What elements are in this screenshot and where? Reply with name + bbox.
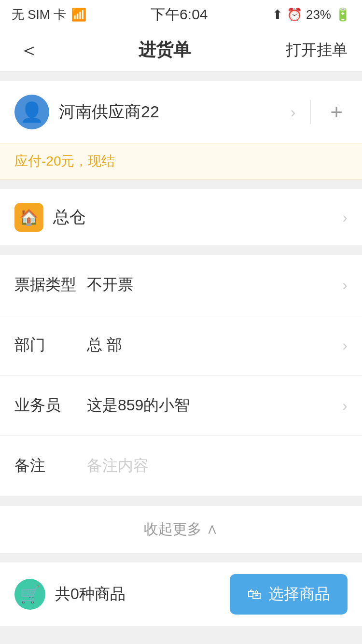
status-time: 下午6:04 (151, 5, 208, 25)
invoice-type-row[interactable]: 票据类型 不开票 › (0, 255, 362, 315)
staff-label: 业务员 (14, 395, 82, 416)
chevron-icon: › (291, 103, 296, 121)
page-background (0, 626, 362, 644)
dept-chevron-icon: › (342, 336, 348, 354)
open-pending-button[interactable]: 打开挂单 (286, 40, 348, 61)
remark-row[interactable]: 备注 备注内容 (0, 436, 362, 496)
bottom-bar: 🛒 共0种商品 🛍 选择商品 (0, 562, 362, 626)
alarm-icon: ⏰ (287, 7, 302, 22)
invoice-label: 票据类型 (14, 274, 82, 295)
warehouse-section: 🏠 总仓 › (0, 189, 362, 245)
supplier-name: 河南供应商22 (59, 101, 291, 123)
form-section: 票据类型 不开票 › 部门 总 部 › 业务员 这是859的小智 › 备注 备注… (0, 255, 362, 496)
supplier-row-right: › + (291, 100, 348, 124)
warehouse-row[interactable]: 🏠 总仓 › (0, 189, 362, 245)
status-left: 无 SIM 卡 📶 (12, 6, 86, 23)
notice-banner: 应付-20元，现结 (0, 143, 362, 180)
dept-row[interactable]: 部门 总 部 › (0, 315, 362, 376)
remark-input[interactable]: 备注内容 (87, 455, 348, 476)
notice-text: 应付-20元，现结 (14, 154, 115, 168)
collapse-row[interactable]: 收起更多 ∧ (0, 505, 362, 553)
warehouse-name: 总仓 (53, 206, 342, 228)
product-count: 共0种商品 (55, 584, 220, 605)
product-icon: 🛒 (20, 585, 40, 604)
carrier-text: 无 SIM 卡 (12, 6, 66, 23)
supplier-section: 👤 河南供应商22 › + 应付-20元，现结 (0, 81, 362, 180)
location-icon: ⬆ (272, 7, 283, 22)
page-title: 进货单 (139, 38, 191, 62)
collapse-button[interactable]: 收起更多 ∧ (144, 519, 218, 539)
status-right: ⬆ ⏰ 23% 🔋 (272, 7, 350, 22)
section-gap-2 (0, 180, 362, 189)
staff-row[interactable]: 业务员 这是859的小智 › (0, 376, 362, 436)
staff-chevron-icon: › (342, 397, 348, 415)
dept-value: 总 部 (87, 335, 342, 356)
select-product-button[interactable]: 🛍 选择商品 (230, 574, 348, 615)
staff-value: 这是859的小智 (87, 395, 342, 416)
dept-label: 部门 (14, 335, 82, 356)
select-product-icon: 🛍 (247, 586, 262, 602)
avatar-icon: 👤 (20, 101, 44, 124)
battery-text: 23% (306, 7, 331, 22)
section-gap-1 (0, 71, 362, 81)
select-product-label: 选择商品 (268, 584, 330, 605)
status-bar: 无 SIM 卡 📶 下午6:04 ⬆ ⏰ 23% 🔋 (0, 0, 362, 29)
invoice-chevron-icon: › (342, 276, 348, 294)
remark-label: 备注 (14, 455, 82, 476)
add-supplier-button[interactable]: + (325, 100, 348, 124)
nav-bar: ＜ 进货单 打开挂单 (0, 29, 362, 71)
battery-icon: 🔋 (335, 7, 350, 22)
warehouse-icon: 🏠 (19, 208, 39, 226)
warehouse-chevron-icon: › (342, 209, 348, 226)
supplier-row[interactable]: 👤 河南供应商22 › + (0, 81, 362, 143)
wifi-icon: 📶 (71, 7, 86, 22)
invoice-value: 不开票 (87, 274, 342, 295)
back-button[interactable]: ＜ (14, 32, 43, 68)
supplier-avatar: 👤 (14, 95, 49, 129)
vertical-divider (310, 100, 311, 124)
product-icon-wrap: 🛒 (14, 579, 45, 610)
warehouse-icon-wrap: 🏠 (14, 203, 43, 232)
